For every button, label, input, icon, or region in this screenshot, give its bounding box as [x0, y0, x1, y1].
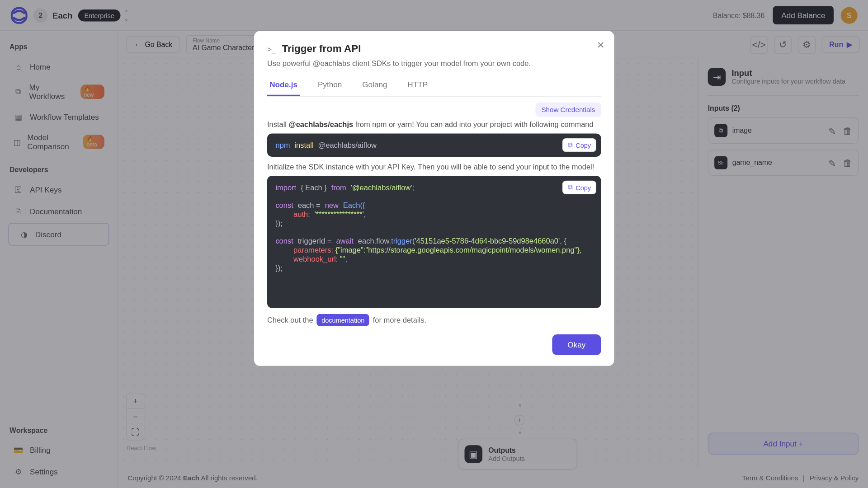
modal-overlay[interactable]: ✕ >_ Trigger from API Use powerful @each… [0, 0, 868, 488]
copy-button[interactable]: ⧉Copy [562, 181, 596, 194]
docs-checkout: Check out the documentation for more det… [267, 314, 601, 326]
sdk-code-block: ⧉Copyimport { Each } from '@eachlabs/aif… [267, 176, 601, 308]
modal-description: Use powerful @eachlabs client SDKs to tr… [267, 60, 601, 68]
copy-button[interactable]: ⧉Copy [562, 138, 596, 152]
install-command-block: ⧉Copy npm install @eachlabs/aiflow [267, 133, 601, 156]
tab-nodejs[interactable]: Node.js [267, 75, 300, 96]
modal-title: Trigger from API [282, 43, 361, 55]
tab-http[interactable]: HTTP [405, 75, 430, 96]
close-icon[interactable]: ✕ [597, 39, 604, 51]
language-tabs: Node.js Python Golang HTTP [267, 75, 601, 96]
install-instruction: Install @eachlabs/eachjs from npm or yar… [267, 120, 601, 128]
tab-golang[interactable]: Golang [360, 75, 390, 96]
init-instruction: Initialize the SDK instance with your AP… [267, 163, 601, 171]
terminal-icon: >_ [267, 44, 276, 53]
documentation-link[interactable]: documentation [317, 314, 369, 326]
copy-icon: ⧉ [568, 141, 573, 149]
copy-icon: ⧉ [568, 183, 573, 191]
show-credentials-button[interactable]: Show Credentials [535, 103, 601, 117]
trigger-api-modal: ✕ >_ Trigger from API Use powerful @each… [254, 31, 614, 366]
okay-button[interactable]: Okay [552, 334, 601, 355]
tab-python[interactable]: Python [316, 75, 344, 96]
